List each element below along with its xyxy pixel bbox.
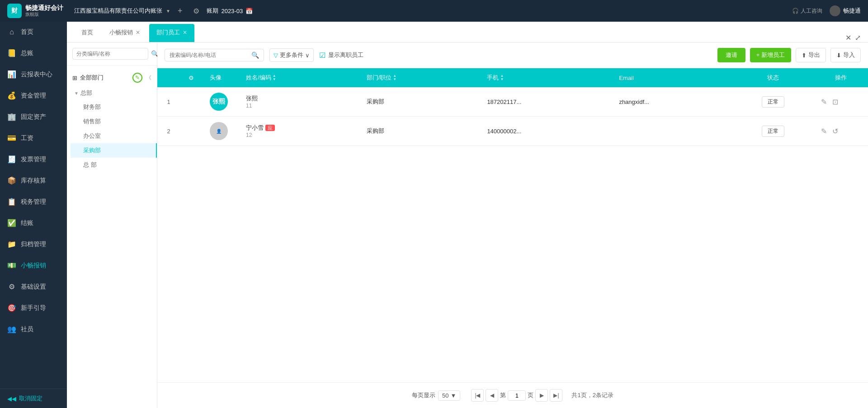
tab-bar: 首页 小畅报销 ✕ 部门员工 ✕ ✕ ⤢ [67,22,868,42]
tab-home[interactable]: 首页 [74,24,100,42]
sidebar-item-archive[interactable]: 📁 归档管理 [0,234,67,255]
sidebar-item-partners-label: 社员 [21,325,33,333]
filter-icon: ▽ [274,52,278,59]
sidebar-item-expense[interactable]: 💵 小畅报销 [0,255,67,276]
top-header: 财 畅捷通好会计 旗舰版 江西服宝精品有限责任公司内账张 ▼ + ⚙ 账期 20… [0,0,868,22]
page-size-arrow-icon: ▼ [451,392,457,399]
tab-dept-close-icon[interactable]: ✕ [183,29,187,36]
col-phone-header[interactable]: 手机 ▲▼ [480,68,612,87]
col-dept-header[interactable]: 部门/职位 ▲▼ [359,68,480,87]
tab-expense-close-icon[interactable]: ✕ [136,29,140,36]
dept-node-office[interactable]: 办公室 [71,129,157,143]
show-resigned-area: ☑ 显示离职员工 [319,51,363,60]
sidebar-item-settings[interactable]: ⚙ 基础设置 [0,276,67,297]
sidebar-item-tax[interactable]: 📋 税务管理 [0,191,67,212]
page-last-button[interactable]: ▶| [550,389,562,402]
row-num: 1 [157,87,180,117]
col-gear[interactable]: ⚙ [180,68,203,87]
row-status: 正常 [732,87,814,117]
page-prev-button[interactable]: ◀ [486,389,498,402]
dept-node-sales[interactable]: 销售部 [71,114,157,129]
dept-node-hq[interactable]: 总 部 [71,158,157,172]
page-size-dropdown[interactable]: 50 ▼ [438,390,460,401]
import-button[interactable]: ⬇ 导入 [830,48,861,62]
col-email-header: Email [612,68,732,87]
salary-icon: 💳 [7,134,16,142]
sidebar-item-assets-label: 固定资产 [21,113,46,121]
dept-all-label[interactable]: 全部部门 [80,74,104,82]
add-company-button[interactable]: + [178,6,183,16]
sidebar-item-reports-label: 云报表中心 [21,70,52,79]
dept-panel: 🔍 ⊞ 全部部门 ✎ 《 [67,42,157,408]
show-resigned-label: 显示离职员工 [328,51,363,59]
sidebar-item-assets[interactable]: 🏢 固定资产 [0,106,67,127]
table-row: 1张熙张熙11采购部187202117...zhangxidf...正常✎⊡ [157,87,868,117]
dept-collapse-icon[interactable]: 《 [146,74,151,82]
dept-group-root-header[interactable]: ▼ 总部 [71,86,157,100]
period-label: 账期 [207,7,218,15]
company-dropdown-icon[interactable]: ▼ [166,9,170,14]
sidebar-item-salary[interactable]: 💳 工资 [0,127,67,149]
sidebar-item-partners[interactable]: 👥 社员 [0,319,67,340]
row-dept: 采购部 [359,87,480,117]
service-button[interactable]: 🎧 人工咨询 [792,7,822,15]
page-input[interactable] [508,390,526,401]
tab-expense[interactable]: 小畅报销 ✕ [102,24,147,42]
dept-node-finance[interactable]: 财务部 [71,100,157,114]
row-email [612,117,732,146]
dept-edit-button[interactable]: ✎ [132,73,142,83]
search-icon[interactable]: 🔍 [251,52,259,59]
tab-close-window-icon[interactable]: ✕ [845,33,851,42]
sidebar-item-home[interactable]: ⌂ 首页 [0,22,67,42]
dept-node-purchase[interactable]: 采购部 [71,143,157,158]
export-icon: ⬆ [802,52,807,59]
restore-icon[interactable]: ↺ [832,127,838,136]
app-logo-icon: 财 [7,4,22,18]
sidebar-item-ledger[interactable]: 📒 总账 [0,42,67,64]
row-avatar: 👤 [203,117,239,146]
search-input[interactable] [170,52,249,58]
period-area: 账期 2023-03 📅 [207,7,253,15]
sidebar-item-guide[interactable]: 🎯 新手引导 [0,297,67,319]
dept-search-input[interactable] [72,48,148,60]
company-name: 江西服宝精品有限责任公司内账张 [74,7,162,15]
pin-toggle-button[interactable]: ◀◀ 取消固定 [0,389,67,408]
table-header: ⚙ 头像 姓名/编码 ▲▼ [157,68,868,87]
export-button[interactable]: ⬆ 导出 [796,48,826,62]
logout-icon[interactable]: ⊡ [832,98,838,106]
dept-group-root: ▼ 总部 财务部 销售部 办公室 采购部 [67,86,157,172]
sidebar-item-reports[interactable]: 📊 云报表中心 [0,64,67,85]
edit-icon[interactable]: ✎ [821,98,827,106]
dept-office-label: 办公室 [83,132,101,139]
ledger-icon: 📒 [7,49,16,57]
filter-button[interactable]: ▽ 更多条件 ∨ [269,48,314,62]
sidebar-item-invoice[interactable]: 🧾 发票管理 [0,149,67,170]
sidebar-item-fund[interactable]: 💰 资金管理 [0,85,67,106]
status-badge: 正常 [762,96,784,108]
edit-icon[interactable]: ✎ [821,127,827,136]
sidebar-item-salary-label: 工资 [21,134,33,142]
dept-root-label: 总部 [80,89,92,97]
settings-gear-icon[interactable]: ⚙ [193,7,199,15]
tab-dept[interactable]: 部门员工 ✕ [149,24,194,42]
filter-label: 更多条件 [280,51,303,59]
sidebar-item-closing[interactable]: ✅ 结账 [0,212,67,234]
sidebar-item-guide-label: 新手引导 [21,304,46,312]
content-area: 首页 小畅报销 ✕ 部门员工 ✕ ✕ ⤢ 🔍 [67,22,868,408]
archive-icon: 📁 [7,240,16,249]
row-name-code: 宁小雪应12 [239,117,359,146]
sidebar-item-inventory[interactable]: 📦 库存核算 [0,170,67,191]
show-resigned-checkbox[interactable]: ☑ [319,51,326,60]
tab-expand-icon[interactable]: ⤢ [855,33,861,42]
col-name-header[interactable]: 姓名/编码 ▲▼ [239,68,359,87]
page-next-button[interactable]: ▶ [535,389,548,402]
row-actions: ✎⊡ [814,87,868,117]
invite-button[interactable]: 邀请 [717,48,745,62]
row-gear [180,87,203,117]
period-value: 2023-03 [221,8,243,14]
calendar-icon[interactable]: 📅 [245,8,253,14]
add-employee-button[interactable]: + 新增员工 [750,48,791,62]
dept-sales-label: 销售部 [83,118,101,125]
page-label-ye: 页 [528,391,533,399]
page-first-button[interactable]: |◀ [471,389,484,402]
